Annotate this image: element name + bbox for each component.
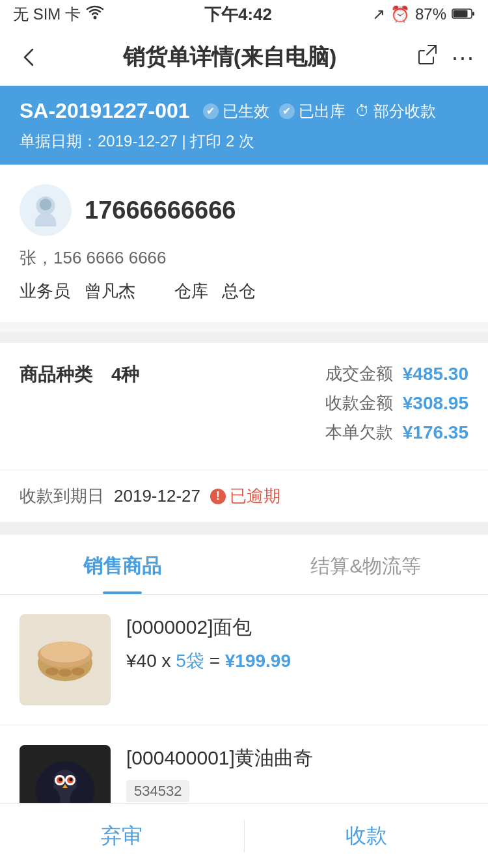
order-id: SA-20191227-001	[20, 99, 190, 123]
owed-amount: ¥176.35	[403, 422, 468, 443]
status-badges: ✔ 已生效 ✔ 已出库 ⏱ 部分收款	[203, 101, 436, 122]
more-button[interactable]: ···	[452, 44, 475, 71]
abandon-review-button[interactable]: 弃审	[0, 809, 244, 863]
owed-label: 本单欠款	[325, 421, 393, 444]
category-count: 4种	[111, 364, 140, 385]
price-value-1: ¥40	[126, 651, 157, 671]
tab-sales-goods[interactable]: 销售商品	[0, 535, 244, 594]
overdue-badge: ! 已逾期	[210, 485, 280, 508]
battery-text: 87%	[415, 5, 446, 23]
customer-card: 17666666666 张，156 6666 6666 业务员 曾凡杰 仓库 总…	[0, 165, 488, 322]
badge-active-label: 已生效	[223, 101, 269, 122]
svg-point-20	[59, 778, 62, 781]
customer-top: 17666666666	[20, 184, 468, 236]
svg-point-21	[70, 778, 73, 781]
wifi-icon	[86, 5, 104, 23]
warehouse-row: 仓库 总仓	[174, 280, 256, 303]
checkmark-icon: ✔	[203, 103, 219, 119]
bottom-toolbar: 弃审 收款	[0, 803, 488, 868]
alarm-icon: ⏰	[390, 5, 410, 23]
due-date-label: 收款到期日	[20, 485, 104, 508]
bread-icon	[20, 614, 111, 705]
overdue-icon: !	[210, 489, 226, 504]
customer-contact: 张，156 6666 6666	[20, 247, 468, 269]
stats-card: 商品种类 4种 成交金额 ¥485.30 收款金额 ¥308.95 本单欠款 ¥…	[0, 343, 488, 470]
category-label: 商品种类	[20, 364, 92, 385]
customer-details: 业务员 曾凡杰 仓库 总仓	[20, 280, 468, 303]
avatar	[20, 184, 72, 236]
deal-label: 成交金额	[325, 362, 393, 385]
received-label: 收款金额	[325, 392, 393, 414]
divider-1	[0, 332, 488, 343]
svg-point-10	[46, 668, 59, 675]
svg-point-5	[35, 213, 57, 226]
status-bar: 无 SIM 卡 下午4:42 ↗ ⏰ 87%	[0, 0, 488, 29]
badge-shipped-label: 已出库	[299, 101, 346, 122]
tab-settlement[interactable]: 结算&物流等	[244, 535, 488, 594]
checkmark2-icon: ✔	[279, 103, 295, 119]
overdue-text: 已逾期	[230, 485, 280, 508]
product-name-2: [000400001]黄油曲奇	[126, 745, 468, 772]
salesperson-row: 业务员 曾凡杰	[20, 280, 135, 303]
page-title: 销货单详情(来自电脑)	[44, 42, 415, 72]
due-date-row: 收款到期日 2019-12-27 ! 已逾期	[0, 470, 488, 522]
status-time: 下午4:42	[204, 3, 272, 26]
warehouse-value: 总仓	[222, 281, 256, 301]
status-left: 无 SIM 卡	[13, 4, 104, 25]
collect-payment-button[interactable]: 收款	[245, 809, 489, 863]
product-item: [0000002]面包 ¥40 x 5袋 = ¥199.99	[0, 595, 488, 726]
warehouse-label: 仓库	[174, 281, 208, 301]
badge-partial: ⏱ 部分收款	[355, 101, 436, 122]
svg-point-12	[72, 668, 85, 675]
salesperson-label: 业务员	[20, 281, 70, 301]
qty-value-1: 5袋	[176, 651, 204, 671]
badge-partial-label: 部分收款	[373, 101, 436, 122]
nav-actions: ···	[415, 43, 475, 71]
svg-point-6	[40, 198, 51, 210]
status-right: ↗ ⏰ 87%	[372, 5, 475, 23]
svg-rect-3	[472, 12, 474, 16]
share-button[interactable]	[415, 43, 439, 71]
product-sku-2: 534532	[126, 780, 189, 802]
product-name-1: [0000002]面包	[126, 614, 468, 641]
product-price-1: ¥40 x 5袋 = ¥199.99	[126, 649, 468, 673]
deal-amount: ¥485.30	[403, 364, 468, 385]
customer-phone: 17666666666	[85, 197, 236, 224]
clock-icon: ⏱	[355, 103, 370, 120]
salesperson-value: 曾凡杰	[85, 281, 135, 301]
back-button[interactable]	[13, 36, 44, 78]
received-amount: ¥308.95	[403, 393, 468, 414]
svg-rect-2	[453, 10, 467, 18]
signal-text: 无 SIM 卡	[13, 4, 81, 25]
nav-bar: 销货单详情(来自电脑) ···	[0, 29, 488, 86]
owed-row: 本单欠款 ¥176.35	[325, 421, 468, 444]
stats-right: 成交金额 ¥485.30 收款金额 ¥308.95 本单欠款 ¥176.35	[325, 362, 468, 450]
location-icon: ↗	[372, 5, 385, 23]
badge-shipped: ✔ 已出库	[279, 101, 346, 122]
tabs: 销售商品 结算&物流等	[0, 535, 488, 595]
deal-row: 成交金额 ¥485.30	[325, 362, 468, 385]
svg-point-9	[40, 642, 90, 662]
badge-active: ✔ 已生效	[203, 101, 269, 122]
order-header: SA-20191227-001 ✔ 已生效 ✔ 已出库 ⏱ 部分收款 单据日期：…	[0, 86, 488, 165]
due-date-value: 2019-12-27	[114, 486, 200, 506]
order-sub-info: 单据日期：2019-12-27 | 打印 2 次	[20, 131, 468, 152]
svg-point-0	[94, 16, 97, 20]
received-row: 收款金额 ¥308.95	[325, 392, 468, 414]
order-header-top: SA-20191227-001 ✔ 已生效 ✔ 已出库 ⏱ 部分收款	[20, 99, 468, 123]
total-value-1: ¥199.99	[225, 651, 291, 671]
svg-point-11	[59, 669, 72, 677]
product-info-1: [0000002]面包 ¥40 x 5袋 = ¥199.99	[126, 614, 468, 673]
product-image-bread	[20, 614, 111, 705]
stats-left: 商品种类 4种	[20, 362, 139, 387]
big-divider	[0, 522, 488, 535]
battery-icon	[452, 5, 475, 23]
